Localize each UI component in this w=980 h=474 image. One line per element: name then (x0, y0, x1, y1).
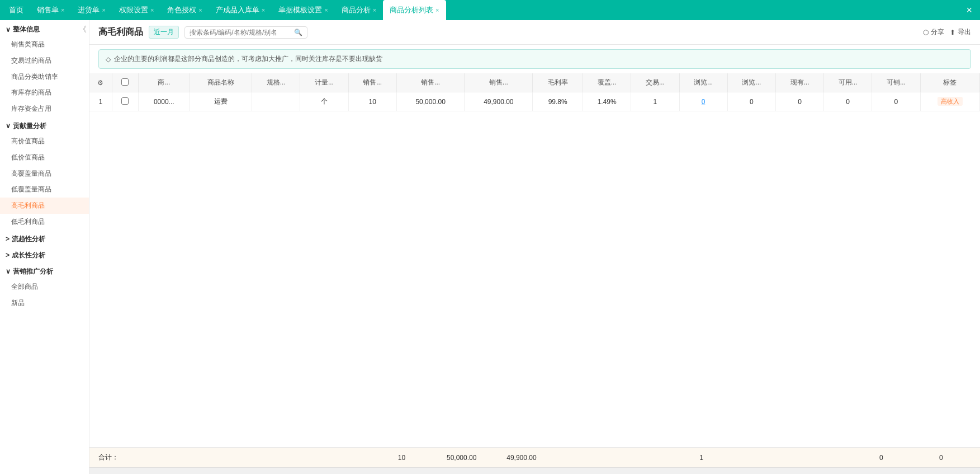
top-navigation: 首页 销售单 × 进货单 × 权限设置 × 角色授权 × 产成品入库单 × 单据… (0, 0, 980, 20)
sidebar-section-marketing-analysis[interactable]: ∨ 营销推广分析 (0, 262, 89, 279)
cell-checkbox[interactable] (112, 92, 139, 111)
table-row: 1 0000... 运费 个 10 50,000.00 49,900.00 99… (89, 92, 980, 111)
nav-sales-order[interactable]: 销售单 × (30, 0, 71, 20)
nav-product-analysis[interactable]: 商品分析 × (335, 0, 383, 20)
nav-home[interactable]: 首页 (2, 0, 30, 20)
footer-cell-placeholder-4 (312, 454, 372, 462)
col-stock-saleable[interactable]: 可销... (872, 73, 920, 92)
page-title: 高毛利商品 (98, 26, 143, 38)
nav-product-analysis-list[interactable]: 商品分析列表 × (383, 0, 446, 20)
search-icon[interactable]: 🔍 (294, 29, 302, 36)
nav-role-auth[interactable]: 角色授权 × (160, 0, 209, 20)
cell-gross-margin: 99.8% (533, 92, 583, 111)
col-unit[interactable]: 计量... (300, 73, 348, 92)
footer-cell-transaction: 1 (671, 454, 731, 462)
sidebar-item-low-value[interactable]: 低价值商品 (0, 149, 89, 166)
bottom-scrollbar[interactable] (89, 467, 980, 474)
section-expand-icon-4: > (6, 251, 10, 259)
nav-permission-settings[interactable]: 权限设置 × (112, 0, 160, 20)
footer-cell-stock-available: 0 (911, 454, 971, 462)
cell-code: 0000... (139, 92, 190, 111)
close-template-settings-icon[interactable]: × (324, 0, 328, 20)
sidebar-item-high-value[interactable]: 高价值商品 (0, 133, 89, 149)
sidebar-item-stock-capital[interactable]: 库存资金占用 (0, 101, 89, 117)
close-product-analysis-list-icon[interactable]: × (435, 0, 439, 20)
sidebar: 《 ∨ 整体信息 销售类商品 交易过的商品 商品分类助销率 有库存的商品 库存资… (0, 20, 89, 474)
sidebar-item-high-margin[interactable]: 高毛利商品 (0, 198, 89, 214)
section-expand-icon-3: > (6, 235, 10, 243)
export-button[interactable]: ⬆ 导出 (950, 27, 971, 37)
cell-browse1[interactable]: 0 (679, 92, 727, 111)
info-banner: ◇ 企业的主要的利润都是这部分商品创造的，可考虑加大推广，同时关注库存是不要出现… (98, 49, 971, 69)
section-expand-icon: ∨ (6, 26, 11, 34)
close-product-analysis-icon[interactable]: × (373, 0, 376, 20)
footer-cell-sales-profit: 49,900.00 (491, 454, 551, 462)
nav-product-inbound[interactable]: 产成品入库单 × (209, 0, 272, 20)
nav-purchase-order[interactable]: 进货单 × (71, 0, 112, 20)
col-stock-available[interactable]: 可用... (824, 73, 872, 92)
sidebar-section-contribution-analysis[interactable]: ∨ 贡献量分析 (0, 117, 89, 133)
col-settings[interactable]: ⚙ (89, 73, 112, 92)
col-stock-current[interactable]: 现有... (775, 73, 823, 92)
section-expand-icon-2: ∨ (6, 122, 11, 130)
cell-name: 运费 (190, 92, 252, 111)
col-browse2[interactable]: 浏览... (727, 73, 775, 92)
sidebar-item-low-margin[interactable]: 低毛利商品 (0, 214, 89, 230)
search-input[interactable] (190, 29, 292, 36)
sidebar-section-trend-analysis[interactable]: > 流趋性分析 (0, 230, 89, 246)
sidebar-item-in-stock-products[interactable]: 有库存的商品 (0, 85, 89, 101)
col-gross-margin[interactable]: 毛利率 (533, 73, 583, 92)
close-purchase-order-icon[interactable]: × (102, 0, 105, 20)
close-permission-settings-icon[interactable]: × (150, 0, 154, 20)
col-spec[interactable]: 规格... (252, 73, 300, 92)
close-sales-order-icon[interactable]: × (61, 0, 64, 20)
sidebar-item-high-coverage[interactable]: 高覆盖量商品 (0, 166, 89, 182)
table-wrapper[interactable]: ⚙ 商... 商品名称 规格... 计量... 销售... 销售... 销售..… (89, 73, 980, 447)
footer-cell-placeholder-5 (552, 454, 612, 462)
close-product-inbound-icon[interactable]: × (262, 0, 265, 20)
sidebar-collapse-button[interactable]: 《 (79, 25, 87, 35)
col-browse1[interactable]: 浏览... (679, 73, 727, 92)
footer-cell-placeholder-6 (612, 454, 671, 462)
content-header: 高毛利商品 近一月 🔍 ⬡ 分享 ⬆ 导出 (89, 20, 980, 45)
col-transaction[interactable]: 交易... (631, 73, 679, 92)
sidebar-item-category-assist-rate[interactable]: 商品分类助销率 (0, 69, 89, 85)
nav-template-settings[interactable]: 单据模板设置 × (272, 0, 334, 20)
col-name[interactable]: 商品名称 (190, 73, 252, 92)
sidebar-item-sales-products[interactable]: 销售类商品 (0, 36, 89, 53)
select-all-checkbox[interactable] (121, 78, 129, 86)
footer-cell-placeholder-8 (791, 454, 851, 462)
col-tag[interactable]: 标签 (920, 73, 979, 92)
sidebar-item-all-products[interactable]: 全部商品 (0, 279, 89, 295)
sidebar-item-traded-products[interactable]: 交易过的商品 (0, 53, 89, 69)
footer-cells: 10 50,000.00 49,900.00 1 0 0 (132, 454, 971, 462)
col-sales-amount[interactable]: 销售... (396, 73, 465, 92)
col-code[interactable]: 商... (139, 73, 190, 92)
footer-cell-placeholder-7 (731, 454, 791, 462)
product-table: ⚙ 商... 商品名称 规格... 计量... 销售... 销售... 销售..… (89, 73, 980, 111)
table-header-row: ⚙ 商... 商品名称 规格... 计量... 销售... 销售... 销售..… (89, 73, 980, 92)
sidebar-item-new-products[interactable]: 新品 (0, 295, 89, 311)
sidebar-item-low-coverage[interactable]: 低覆盖量商品 (0, 181, 89, 198)
sidebar-section-overall-info[interactable]: ∨ 整体信息 (0, 20, 89, 36)
search-box[interactable]: 🔍 (184, 26, 307, 39)
scrollbar-inner (89, 468, 980, 468)
cell-browse2: 0 (727, 92, 775, 111)
col-sales-qty[interactable]: 销售... (348, 73, 396, 92)
close-all-tabs-button[interactable]: × (960, 4, 978, 16)
close-role-auth-icon[interactable]: × (198, 0, 202, 20)
cell-sales-amount: 50,000.00 (396, 92, 465, 111)
footer-cell-sales-qty: 10 (372, 454, 432, 462)
footer-cell-placeholder-2 (192, 454, 252, 462)
cell-coverage: 1.49% (583, 92, 631, 111)
cell-index: 1 (89, 92, 112, 111)
row-checkbox[interactable] (121, 97, 129, 105)
content-area: 高毛利商品 近一月 🔍 ⬡ 分享 ⬆ 导出 ◇ 企业的主要的利润都是这部分商品创… (89, 20, 980, 474)
filter-recent-month-button[interactable]: 近一月 (149, 26, 179, 39)
col-checkbox[interactable] (112, 73, 139, 92)
main-layout: 《 ∨ 整体信息 销售类商品 交易过的商品 商品分类助销率 有库存的商品 库存资… (0, 20, 980, 474)
col-sales-profit[interactable]: 销售... (465, 73, 533, 92)
col-coverage[interactable]: 覆盖... (583, 73, 631, 92)
share-button[interactable]: ⬡ 分享 (923, 27, 944, 37)
sidebar-section-growth-analysis[interactable]: > 成长性分析 (0, 246, 89, 262)
